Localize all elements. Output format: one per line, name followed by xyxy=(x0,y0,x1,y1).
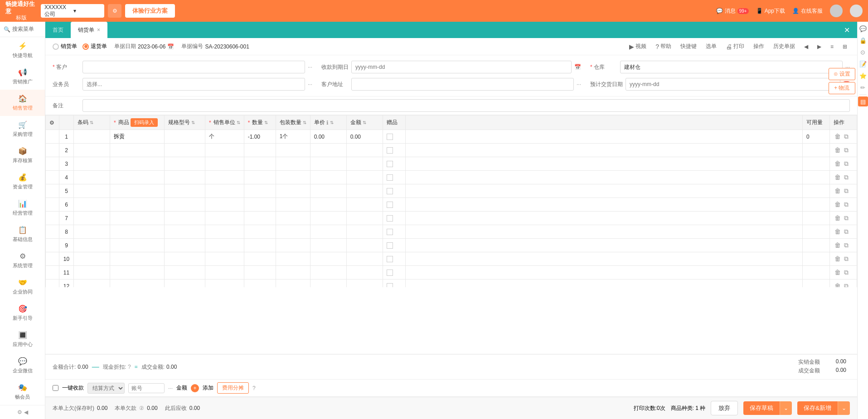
sidebar-item-enterprise[interactable]: 🤝 企业协同 xyxy=(0,274,45,300)
row-unit[interactable] xyxy=(205,252,244,266)
expense-help-icon[interactable]: ? xyxy=(252,385,256,391)
sidebar-item-finance[interactable]: 💰 资金管理 xyxy=(0,169,45,195)
collapse-icon[interactable]: ◀ xyxy=(24,409,28,415)
row-barcode[interactable] xyxy=(74,279,110,288)
row-qty[interactable] xyxy=(244,212,276,225)
row-price[interactable] xyxy=(310,266,346,279)
copy-row-icon[interactable]: ⧉ xyxy=(844,160,849,167)
delete-row-icon[interactable]: 🗑 xyxy=(834,160,841,167)
list-view-btn[interactable]: ≡ xyxy=(828,43,836,51)
row-barcode[interactable] xyxy=(74,239,110,252)
customer-input[interactable] xyxy=(82,61,305,73)
row-unit[interactable] xyxy=(205,279,244,288)
row-unit[interactable] xyxy=(205,225,244,239)
sidebar-item-member[interactable]: 🎭 畅会员 xyxy=(0,379,45,405)
row-unit[interactable] xyxy=(205,184,244,198)
message-button[interactable]: 💬 消息 99+ xyxy=(716,7,749,15)
one-click-payment-checkbox[interactable] xyxy=(53,385,58,391)
row-spec[interactable] xyxy=(165,144,205,157)
delete-row-icon[interactable]: 🗑 xyxy=(834,255,841,262)
row-qty[interactable] xyxy=(244,225,276,239)
delete-row-icon[interactable]: 🗑 xyxy=(834,228,841,235)
copy-row-icon[interactable]: ⧉ xyxy=(844,282,849,287)
table-wrapper[interactable]: ⚙ 条码 ⇅ * xyxy=(45,115,857,287)
operation-btn[interactable]: 操作 xyxy=(751,42,767,51)
sidebar-item-sales[interactable]: 🏠 销售管理 xyxy=(0,90,45,116)
delete-row-icon[interactable]: 🗑 xyxy=(834,173,841,181)
next-btn[interactable]: ▶ xyxy=(815,43,824,51)
row-barcode[interactable] xyxy=(74,144,110,157)
row-gift[interactable] xyxy=(383,171,405,184)
video-btn[interactable]: ▶ 视频 xyxy=(626,42,649,51)
row-unit[interactable] xyxy=(205,212,244,225)
row-product[interactable] xyxy=(110,225,165,239)
row-barcode[interactable] xyxy=(74,171,110,184)
scan-button[interactable]: 扫码录入 xyxy=(131,118,158,127)
row-qty[interactable] xyxy=(244,171,276,184)
row-unit[interactable] xyxy=(205,171,244,184)
delete-row-icon[interactable]: 🗑 xyxy=(834,133,841,140)
save-new-dropdown[interactable]: ⌄ xyxy=(838,401,850,415)
sidebar-item-appstore[interactable]: 🔳 应用中心 xyxy=(0,326,45,352)
settings-icon[interactable]: ⚙ xyxy=(108,4,121,18)
history-btn[interactable]: 历史单据 xyxy=(771,42,798,51)
row-gift[interactable] xyxy=(383,252,405,266)
row-spec[interactable] xyxy=(165,198,205,212)
row-qty[interactable] xyxy=(244,239,276,252)
salesperson-ellipsis-icon[interactable]: ··· xyxy=(308,81,312,87)
logistics-panel-btn[interactable]: + 物流 xyxy=(829,82,855,94)
row-product[interactable] xyxy=(110,157,165,171)
save-new-button[interactable]: 保存&新增 xyxy=(797,401,838,415)
add-payment-button[interactable]: + xyxy=(191,384,199,392)
row-qty[interactable] xyxy=(244,144,276,157)
row-barcode[interactable] xyxy=(74,184,110,198)
row-spec[interactable] xyxy=(165,130,205,144)
sidebar-item-guide[interactable]: 🎯 新手引导 xyxy=(0,300,45,326)
delete-row-icon[interactable]: 🗑 xyxy=(834,269,841,276)
sidebar-item-system[interactable]: ⚙ 系统管理 xyxy=(0,247,45,274)
copy-row-icon[interactable]: ⧉ xyxy=(844,255,849,262)
row-barcode[interactable] xyxy=(74,252,110,266)
save-draft-button[interactable]: 保存草稿 xyxy=(743,401,780,415)
row-gift[interactable] xyxy=(383,239,405,252)
row-barcode[interactable] xyxy=(74,157,110,171)
row-product[interactable] xyxy=(110,171,165,184)
sidebar-search[interactable]: 🔍 搜索菜单 xyxy=(0,22,45,37)
copy-row-icon[interactable]: ⧉ xyxy=(844,187,849,194)
side-panel-circle-icon[interactable]: ⊙ xyxy=(858,47,868,57)
row-spec[interactable] xyxy=(165,212,205,225)
help-btn[interactable]: ? 帮助 xyxy=(653,42,674,51)
settings-bottom-icon[interactable]: ⚙ xyxy=(17,409,22,415)
row-gift[interactable] xyxy=(383,198,405,212)
row-product[interactable] xyxy=(110,212,165,225)
copy-row-icon[interactable]: ⧉ xyxy=(844,201,849,208)
tab-sales-order[interactable]: 销货单 × xyxy=(71,22,107,38)
date-calendar-icon[interactable]: 📅 xyxy=(167,43,174,50)
account-input[interactable] xyxy=(128,383,165,393)
row-product[interactable] xyxy=(110,239,165,252)
side-panel-chat-icon[interactable]: 💬 xyxy=(858,24,868,34)
copy-row-icon[interactable]: ⧉ xyxy=(844,241,849,249)
delete-row-icon[interactable]: 🗑 xyxy=(834,187,841,194)
row-price[interactable] xyxy=(310,239,346,252)
row-gift[interactable] xyxy=(383,212,405,225)
company-selector[interactable]: XXXXXX公司 ▾ xyxy=(41,4,104,18)
collection-calendar-icon[interactable]: 📅 xyxy=(574,64,581,70)
row-spec[interactable] xyxy=(165,252,205,266)
row-product[interactable] xyxy=(110,252,165,266)
copy-row-icon[interactable]: ⧉ xyxy=(844,146,849,154)
row-product[interactable] xyxy=(110,130,165,144)
row-gift[interactable] xyxy=(383,266,405,279)
row-gift[interactable] xyxy=(383,225,405,239)
trial-button[interactable]: 体验行业方案 xyxy=(125,4,175,18)
discard-button[interactable]: 放弃 xyxy=(711,401,738,415)
row-price[interactable] xyxy=(310,144,346,157)
window-close-icon[interactable]: ✕ xyxy=(837,26,857,34)
row-gift[interactable] xyxy=(383,279,405,288)
grid-view-btn[interactable]: ⊞ xyxy=(840,43,850,51)
sidebar-item-basics[interactable]: 📋 基础信息 xyxy=(0,221,45,247)
delete-row-icon[interactable]: 🗑 xyxy=(834,241,841,249)
row-barcode[interactable] xyxy=(74,266,110,279)
row-barcode[interactable] xyxy=(74,130,110,144)
row-spec[interactable] xyxy=(165,171,205,184)
